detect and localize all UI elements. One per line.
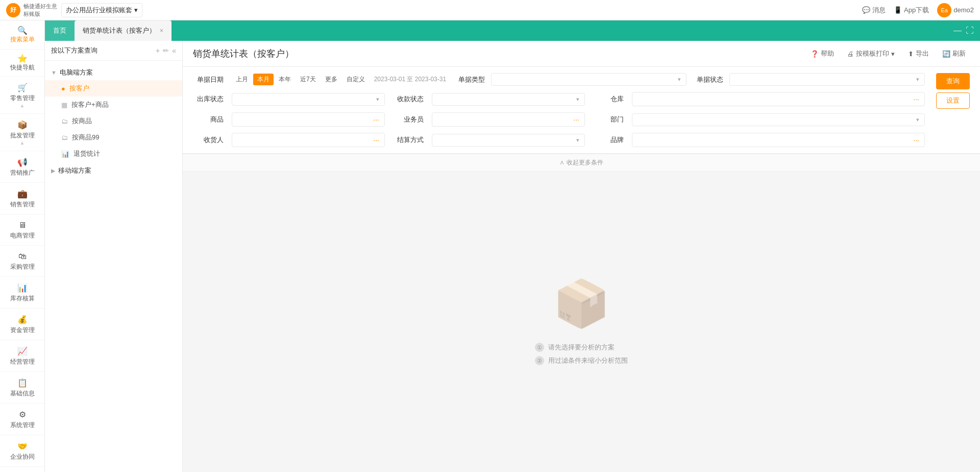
logo-text: 畅捷通好生意 标账版 bbox=[23, 3, 57, 17]
brand-dots-icon: ··· bbox=[913, 136, 919, 144]
goods-select[interactable]: ··· bbox=[232, 112, 385, 127]
scheme-item-by-goods99[interactable]: 🗂 按商品99 bbox=[45, 129, 182, 146]
help-button[interactable]: ❓ 帮助 bbox=[806, 47, 838, 60]
sidebar-search[interactable]: 🔍 搜索菜单 bbox=[0, 20, 44, 50]
scheme-item-return-stats[interactable]: 📊 退货统计 bbox=[45, 146, 182, 162]
message-button[interactable]: 💬 消息 bbox=[862, 6, 886, 15]
tab-home[interactable]: 首页 bbox=[45, 20, 75, 41]
tab-close-button[interactable]: × bbox=[160, 27, 163, 34]
content-area: 首页 销货单统计表（按客户） × — ⛶ 按以下方案查询 + ✏ bbox=[45, 20, 980, 472]
department-label: 部门 bbox=[593, 115, 624, 124]
collapse-scheme-button[interactable]: « bbox=[172, 46, 176, 55]
top-bar-right: 💬 消息 📱 App下载 Ea demo2 bbox=[862, 3, 974, 17]
page-title: 销货单统计表（按客户） bbox=[193, 48, 294, 60]
scheme-item-by-goods[interactable]: 🗂 按商品 bbox=[45, 113, 182, 129]
payment-select[interactable]: ▾ bbox=[432, 93, 585, 106]
warehouse-select[interactable]: ··· bbox=[632, 92, 925, 106]
sidebar-item-cooperation[interactable]: 🤝 企业协同 bbox=[0, 435, 44, 467]
mobile-group-text: 移动端方案 bbox=[58, 166, 91, 175]
tab-minimize-button[interactable]: — bbox=[953, 26, 962, 35]
print-button[interactable]: 🖨 按模板打印 ▾ bbox=[843, 47, 899, 60]
add-scheme-button[interactable]: + bbox=[156, 46, 160, 55]
sidebar-item-wholesale[interactable]: 📦 批发管理 ▲ bbox=[0, 114, 44, 151]
order-type-label: 单据类型 bbox=[454, 75, 485, 84]
sidebar-item-ecommerce[interactable]: 🖥 电商管理 bbox=[0, 215, 44, 246]
scheme-item-by-customer-goods[interactable]: ▦ 按客户+商品 bbox=[45, 97, 182, 113]
app-download-button[interactable]: 📱 App下载 bbox=[894, 6, 929, 15]
date-tab-this-year[interactable]: 本年 bbox=[275, 74, 295, 85]
settlement-arrow-icon: ▾ bbox=[576, 137, 579, 144]
consignee-dots-icon: ··· bbox=[373, 136, 379, 144]
export-button[interactable]: ⬆ 导出 bbox=[904, 47, 933, 60]
sales-icon: 💼 bbox=[2, 189, 42, 199]
empty-tips: ① 请先选择要分析的方案 ② 用过滤条件来缩小分析范围 bbox=[535, 341, 628, 367]
scheme-item-by-customer[interactable]: ● 按客户 bbox=[45, 80, 182, 97]
scheme-group-desktop-label[interactable]: ▼ 电脑端方案 bbox=[45, 65, 182, 80]
sidebar-nav-shortcut[interactable]: ⭐ 快捷导航 bbox=[0, 50, 44, 77]
date-tab-custom[interactable]: 自定义 bbox=[342, 74, 369, 85]
user-profile[interactable]: Ea demo2 bbox=[937, 3, 974, 17]
settings-button[interactable]: 设置 bbox=[936, 92, 970, 109]
export-icon: ⬆ bbox=[908, 50, 914, 58]
page-header: 销货单统计表（按客户） ❓ 帮助 🖨 按模板打印 ▾ ⬆ bbox=[183, 41, 980, 67]
desktop-group-text: 电脑端方案 bbox=[60, 68, 93, 77]
order-status-label: 单据状态 bbox=[693, 75, 723, 84]
collapse-arrow-icon: ∧ bbox=[559, 159, 566, 166]
mobile-group-arrow-icon: ▶ bbox=[51, 168, 55, 174]
order-status-select[interactable]: ▾ bbox=[729, 73, 925, 86]
page-content: 按以下方案查询 + ✏ « ▼ 电脑端方案 bbox=[45, 41, 980, 472]
scheme-panel: 按以下方案查询 + ✏ « ▼ 电脑端方案 bbox=[45, 41, 183, 472]
retail-icon: 🛒 bbox=[2, 83, 42, 92]
empty-tip-1: ① 请先选择要分析的方案 bbox=[535, 341, 628, 354]
sidebar-item-system[interactable]: ⚙ 系统管理 bbox=[0, 404, 44, 435]
brand-select[interactable]: ··· bbox=[632, 133, 925, 147]
sidebar-item-purchase[interactable]: 🛍 采购管理 bbox=[0, 246, 44, 277]
date-tab-7days[interactable]: 近7天 bbox=[296, 74, 320, 85]
avatar: Ea bbox=[937, 3, 951, 17]
system-icon: ⚙ bbox=[2, 410, 42, 419]
date-label: 单据日期 bbox=[193, 75, 224, 84]
date-tab-this-month[interactable]: 本月 bbox=[253, 74, 274, 85]
brand-label: 品牌 bbox=[593, 135, 624, 145]
warehouse-dots-icon: ··· bbox=[913, 95, 919, 103]
query-button[interactable]: 查询 bbox=[936, 73, 970, 89]
top-bar-left: 好 畅捷通好生意 标账版 办公用品行业模拟账套 ▾ bbox=[6, 3, 142, 17]
date-tab-more[interactable]: 更多 bbox=[321, 74, 341, 85]
collapse-bar[interactable]: ∧ 收起更多条件 bbox=[183, 154, 980, 172]
department-select[interactable]: ▾ bbox=[632, 113, 925, 126]
consignee-select[interactable]: ··· bbox=[232, 133, 385, 147]
inventory-icon: 📊 bbox=[2, 283, 42, 293]
goods-label: 商品 bbox=[193, 115, 224, 124]
marketing-icon: 📢 bbox=[2, 157, 42, 167]
goods-dots-icon: ··· bbox=[373, 115, 379, 124]
edit-scheme-button[interactable]: ✏ bbox=[163, 46, 169, 55]
sidebar-item-operations[interactable]: 📈 经营管理 bbox=[0, 340, 44, 372]
department-arrow-icon: ▾ bbox=[916, 116, 919, 123]
print-icon: 🖨 bbox=[847, 50, 854, 58]
customer-goods-icon: ▦ bbox=[61, 101, 67, 109]
tab-maximize-button[interactable]: ⛶ bbox=[966, 26, 974, 35]
print-arrow-icon: ▾ bbox=[891, 50, 895, 58]
filter-area: 单据日期 上月 本月 本年 近7天 更多 自定义 2023-03-01 至 20… bbox=[183, 67, 980, 154]
settlement-select[interactable]: ▾ bbox=[432, 134, 585, 147]
main-layout: 🔍 搜索菜单 ⭐ 快捷导航 🛒 零售管理 ▲ 📦 批发管理 ▲ 📢 营销推广 💼… bbox=[0, 20, 980, 472]
salesperson-select[interactable]: ··· bbox=[432, 112, 585, 127]
order-type-select[interactable]: ▾ bbox=[491, 73, 687, 86]
sidebar-item-guide[interactable]: 🎯 新手引导 bbox=[0, 467, 44, 472]
sidebar-item-sales[interactable]: 💼 销售管理 bbox=[0, 183, 44, 215]
sidebar-item-inventory[interactable]: 📊 库存核算 bbox=[0, 277, 44, 309]
scheme-group-mobile-label[interactable]: ▶ 移动端方案 bbox=[45, 163, 182, 178]
tab-actions: — ⛶ bbox=[947, 26, 980, 35]
empty-state: 📦 ① 请先选择要分析的方案 ② 用过滤条件来缩小分析范围 bbox=[183, 172, 980, 472]
refresh-button[interactable]: 🔄 刷新 bbox=[938, 47, 970, 60]
sidebar-item-marketing[interactable]: 📢 营销推广 bbox=[0, 151, 44, 183]
outbound-select[interactable]: ▾ bbox=[232, 93, 385, 106]
tab-sales-stats[interactable]: 销货单统计表（按客户） × bbox=[75, 20, 172, 41]
warehouse-label: 仓库 bbox=[593, 95, 624, 104]
sidebar-item-finance[interactable]: 💰 资金管理 bbox=[0, 309, 44, 340]
date-tab-last-month[interactable]: 上月 bbox=[232, 74, 252, 85]
app-selector[interactable]: 办公用品行业模拟账套 ▾ bbox=[61, 3, 142, 17]
sidebar-item-basic[interactable]: 📋 基础信息 bbox=[0, 372, 44, 404]
sidebar-item-retail[interactable]: 🛒 零售管理 ▲ bbox=[0, 77, 44, 114]
order-type-arrow-icon: ▾ bbox=[678, 76, 681, 83]
